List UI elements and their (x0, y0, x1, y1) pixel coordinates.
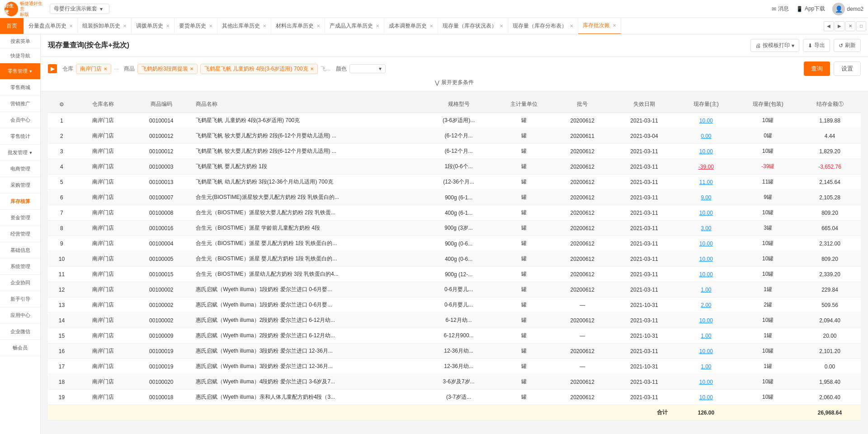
sidebar-item-marketing[interactable]: 营销推广 (0, 96, 40, 112)
goods-tags: 飞鹤奶粉3段两提装 ✕ 飞鹤星飞帆 儿童奶粉 4段(3-6岁适用) 700克 ✕… (137, 64, 330, 74)
tab-close-all[interactable]: ✕ (845, 21, 855, 31)
message-button[interactable]: ✉ 消息 (772, 5, 789, 13)
row-stock-main[interactable]: 10.00 (675, 205, 737, 221)
row-stock-main[interactable]: 10.00 (675, 113, 737, 128)
tab-close-1[interactable]: ✕ (69, 24, 73, 28)
expand-conditions[interactable]: ⋁ 展开更多条件 (48, 79, 861, 86)
export-button[interactable]: ⬇ 导出 (803, 39, 830, 52)
row-stock-main[interactable]: 11.00 (675, 175, 737, 190)
warehouse-more[interactable]: ··· (114, 66, 118, 72)
color-filter: 颜色 ▾ (336, 64, 386, 73)
sidebar-item-guide[interactable]: 新手引导 (0, 291, 40, 307)
tab-close-10[interactable]: ✕ (570, 24, 573, 28)
sidebar-item-wholesale[interactable]: 批发管理 ▼ (0, 145, 40, 161)
sidebar-item-operations[interactable]: 经营管理 (0, 226, 40, 242)
tab-close-3[interactable]: ✕ (166, 24, 170, 28)
goods-tag-close-0[interactable]: ✕ (190, 66, 193, 71)
row-spec: 900g (3岁... (421, 221, 496, 236)
tab-6[interactable]: 材料出库单历史 ✕ (271, 18, 325, 34)
tab-9[interactable]: 现存量（库存状况表） ✕ (438, 18, 508, 34)
sidebar-item-system[interactable]: 系统管理 (0, 259, 40, 275)
warehouse-tag-close-0[interactable]: ✕ (104, 66, 107, 71)
sidebar-quick-nav[interactable]: 快捷导航 (0, 49, 40, 63)
tab-4[interactable]: 要货单历史 ✕ (175, 18, 217, 34)
row-stock-main[interactable]: 10.00 (675, 144, 737, 159)
tab-close-4[interactable]: ✕ (209, 24, 212, 28)
row-stock-main[interactable]: 0.00 (675, 128, 737, 144)
tab-11[interactable]: 库存批次账 ✕ (578, 18, 621, 34)
row-stock-main[interactable]: 10.00 (675, 344, 737, 359)
tab-close-8[interactable]: ✕ (429, 24, 433, 28)
row-stock-main[interactable]: 10.00 (675, 236, 737, 251)
sidebar-item-wechat[interactable]: 企业微信 (0, 324, 40, 340)
table-row: 1 南岸门店 00100014 飞鹤星飞帆 儿童奶粉 4段(3-6岁适用) 70… (48, 113, 861, 128)
tab-close-7[interactable]: ✕ (376, 24, 379, 28)
template-print-button[interactable]: 🖨 按模板打印 ▾ (750, 39, 799, 52)
sidebar-item-finance[interactable]: 资金管理 (0, 210, 40, 226)
row-stock-main[interactable]: 10.00 (675, 390, 737, 405)
tab-8[interactable]: 成本调整单历史 ✕ (384, 18, 438, 34)
sidebar-item-purchase[interactable]: 采购管理 (0, 177, 40, 193)
row-stock-main[interactable]: 1.00 (675, 359, 737, 374)
tab-5[interactable]: 其他出库单历史 ✕ (217, 18, 271, 34)
sidebar-item-retail-mgmt[interactable]: 零售管理 ▼ (0, 63, 40, 80)
sidebar-item-retail-shop[interactable]: 零售商城 (0, 80, 40, 96)
tab-prev-arrow[interactable]: ◀ (824, 21, 834, 31)
tab-close-2[interactable]: ✕ (123, 24, 127, 28)
row-batch: 20200612 (552, 374, 613, 390)
tab-close-5[interactable]: ✕ (263, 24, 266, 28)
refresh-button[interactable]: ↺ 刷新 (834, 39, 861, 52)
row-stock-main[interactable]: 1.00 (675, 282, 737, 297)
row-stock-main[interactable]: 10.00 (675, 267, 737, 282)
row-code: 00100009 (130, 328, 192, 344)
row-stock-main[interactable]: 9.00 (675, 190, 737, 205)
sidebar-search[interactable]: 搜索英单 (0, 34, 40, 49)
filter-toggle-button[interactable]: ▶ (48, 64, 57, 73)
warehouse-tag-0[interactable]: 南岸门店 ✕ (76, 64, 111, 74)
col-settings[interactable]: ⚙ (48, 96, 75, 113)
tab-1[interactable]: 分量盘点单历史 ✕ (24, 18, 78, 34)
row-warehouse: 南岸门店 (75, 374, 131, 390)
col-code-header: 商品编码 (130, 96, 192, 113)
account-selector[interactable]: 母婴行业演示账套 ▾ (50, 4, 109, 14)
row-stock-main[interactable]: 10.00 (675, 313, 737, 328)
row-expire: 2021-10-31 (613, 297, 675, 313)
tab-10[interactable]: 现存量（库存分布表） ✕ (508, 18, 578, 34)
tab-next-arrow[interactable]: ▶ (835, 21, 844, 31)
row-seq: 2 (48, 128, 75, 144)
row-stock-main[interactable]: 10.00 (675, 374, 737, 390)
setting-button[interactable]: 设置 (834, 61, 861, 76)
tab-3[interactable]: 调拨单历史 ✕ (132, 18, 175, 34)
sidebar-item-changhui[interactable]: 畅会员 (0, 340, 40, 356)
row-name: 飞鹤星飞帆 儿童奶粉 4段(3-6岁适用) 700克 (192, 113, 421, 128)
row-stock-main[interactable]: 1.00 (675, 328, 737, 344)
sidebar-item-member[interactable]: 会员中心 (0, 112, 40, 128)
tab-home[interactable]: 首页 (0, 18, 24, 34)
tab-close-11[interactable]: ✕ (613, 23, 616, 28)
goods-tag-0[interactable]: 飞鹤奶粉3段两提装 ✕ (137, 64, 198, 74)
row-stock-pkg: 3罐 (737, 221, 799, 236)
app-download-button[interactable]: 📱 App下载 (796, 5, 825, 13)
tab-2[interactable]: 组装拆卸单历史 ✕ (78, 18, 132, 34)
tab-close-6[interactable]: ✕ (316, 24, 320, 28)
goods-tag-1[interactable]: 飞鹤星飞帆 儿童奶粉 4段(3-6岁适用) 700克 ✕ (200, 64, 318, 74)
user-profile[interactable]: 👤 demo2 (832, 3, 863, 15)
goods-more[interactable]: 飞... (321, 65, 330, 73)
sidebar-item-ecommerce[interactable]: 电商管理 (0, 161, 40, 177)
sidebar-item-app-center[interactable]: 应用中心 (0, 307, 40, 324)
search-button[interactable]: 查询 (804, 61, 830, 76)
tab-close-9[interactable]: ✕ (500, 24, 503, 28)
row-stock-main[interactable]: 10.00 (675, 251, 737, 267)
color-dropdown[interactable]: ▾ (349, 64, 386, 73)
sidebar-item-retail-stats[interactable]: 零售统计 (0, 128, 40, 145)
sidebar-item-enterprise[interactable]: 企业协同 (0, 275, 40, 291)
row-stock-main[interactable]: 3.00 (675, 221, 737, 236)
goods-tag-close-1[interactable]: ✕ (310, 66, 314, 71)
sidebar-item-basic-info[interactable]: 基础信息 (0, 242, 40, 259)
tab-7[interactable]: 产成品入库单历史 ✕ (325, 18, 384, 34)
row-warehouse: 南岸门店 (75, 251, 131, 267)
row-stock-main[interactable]: -39.00 (675, 159, 737, 175)
tab-maximize[interactable]: □ (856, 21, 866, 31)
sidebar-item-inventory[interactable]: 库存核算 (0, 193, 40, 210)
row-stock-main[interactable]: 2.00 (675, 297, 737, 313)
